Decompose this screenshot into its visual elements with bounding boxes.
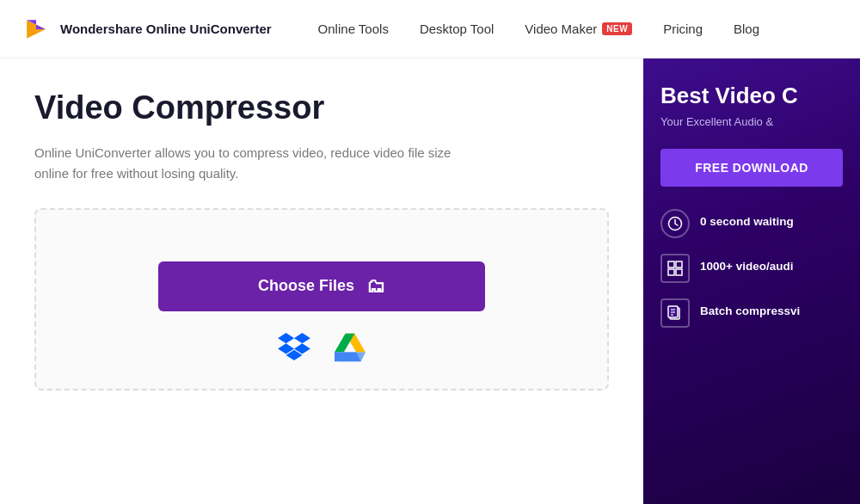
nav-item-blog[interactable]: Blog (722, 15, 771, 43)
logo-area[interactable]: Wondershare Online UniConverter (21, 14, 272, 45)
feature-item-wait: 0 second waiting (660, 209, 843, 238)
nav-item-online-tools[interactable]: Online Tools (306, 15, 401, 43)
svg-marker-4 (294, 333, 310, 343)
feature-list: 0 second waiting 1000+ video/audi (660, 209, 843, 328)
sidebar-subtitle: Your Excellent Audio & (660, 114, 843, 130)
svg-rect-15 (668, 261, 674, 267)
sidebar-header: Best Video C Your Excellent Audio & (660, 83, 843, 130)
grid-icon (660, 254, 690, 283)
logo-text: Wondershare Online UniConverter (60, 22, 272, 36)
clock-icon (660, 209, 690, 238)
cloud-storage-icons (278, 332, 366, 363)
feature-text-formats: 1000+ video/audi (700, 254, 793, 274)
sidebar-title: Best Video C (660, 83, 843, 109)
nav-item-video-maker[interactable]: Video Maker NEW (513, 15, 644, 43)
right-sidebar: Best Video C Your Excellent Audio & FREE… (643, 58, 860, 504)
choose-files-label: Choose Files (258, 277, 354, 295)
svg-rect-17 (668, 269, 674, 275)
main-nav: Online Tools Desktop Tool Video Maker NE… (306, 15, 839, 43)
logo-icon (21, 14, 52, 45)
svg-rect-16 (676, 261, 682, 267)
main-layout: Video Compressor Online UniConverter all… (0, 58, 860, 504)
page-title: Video Compressor (34, 89, 609, 127)
upload-area: Choose Files 🗂 (34, 208, 609, 390)
svg-rect-18 (676, 269, 682, 275)
feature-text-batch: Batch compressvi (700, 298, 800, 319)
choose-files-button[interactable]: Choose Files 🗂 (158, 261, 485, 311)
google-drive-icon[interactable] (335, 332, 366, 363)
left-content: Video Compressor Online UniConverter all… (0, 58, 643, 504)
feature-text-wait: 0 second waiting (700, 209, 794, 230)
page-description: Online UniConverter allows you to compre… (34, 143, 482, 184)
dropbox-icon[interactable] (278, 333, 310, 362)
nav-item-pricing[interactable]: Pricing (651, 15, 715, 43)
batch-icon (660, 298, 690, 328)
feature-item-batch: Batch compressvi (660, 298, 843, 328)
feature-item-formats: 1000+ video/audi (660, 254, 843, 283)
nav-video-maker-label: Video Maker (525, 22, 597, 36)
free-download-button[interactable]: FREE DOWNLOAD (660, 149, 843, 187)
header: Wondershare Online UniConverter Online T… (0, 0, 860, 58)
svg-marker-3 (278, 333, 294, 343)
new-badge: NEW (602, 22, 632, 35)
folder-icon: 🗂 (366, 275, 385, 298)
nav-item-desktop-tool[interactable]: Desktop Tool (408, 15, 506, 43)
